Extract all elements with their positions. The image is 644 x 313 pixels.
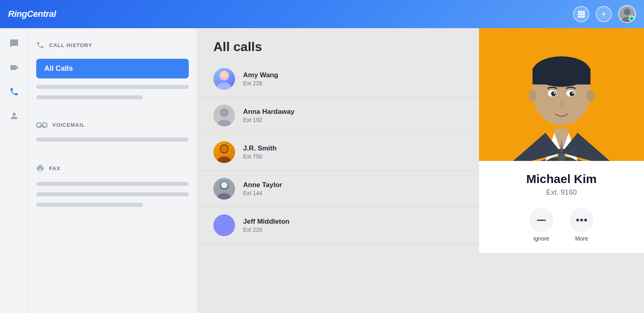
avatar-jeff-middleton xyxy=(213,214,235,236)
call-history-title: CALL HISTORY xyxy=(49,42,92,48)
fax-title: FAX xyxy=(49,165,60,171)
svg-rect-48 xyxy=(537,220,546,221)
left-panel: CALL HISTORY All Calls VOICEMAIL FAX xyxy=(28,28,197,313)
svg-rect-13 xyxy=(39,126,45,127)
all-calls-nav[interactable]: All Calls xyxy=(36,59,189,78)
svg-point-10 xyxy=(622,17,632,23)
main-layout: CALL HISTORY All Calls VOICEMAIL FAX xyxy=(0,28,644,313)
placeholder-4 xyxy=(36,182,189,186)
header-actions: + xyxy=(573,5,636,23)
svg-rect-0 xyxy=(578,11,580,13)
placeholder-1 xyxy=(36,85,189,89)
svg-point-49 xyxy=(576,219,579,222)
voicemail-header: VOICEMAIL xyxy=(36,119,189,131)
popup-photo xyxy=(479,28,644,161)
app-header: RingCentral + xyxy=(0,0,644,28)
avatar-anne-taylor xyxy=(213,178,235,200)
svg-point-9 xyxy=(624,8,630,15)
fax-header: FAX xyxy=(36,161,189,175)
placeholder-2 xyxy=(36,95,143,99)
svg-point-40 xyxy=(528,90,537,101)
placeholder-5 xyxy=(36,192,189,196)
more-label: More xyxy=(575,235,588,242)
avatar-anna-hardaway xyxy=(213,105,235,126)
svg-point-18 xyxy=(221,71,228,78)
app-logo: RingCentral xyxy=(8,9,56,19)
popup-contact-ext: Ext. 9160 xyxy=(546,188,577,197)
svg-rect-3 xyxy=(578,13,580,15)
fax-icon xyxy=(36,164,44,172)
ignore-label: Ignore xyxy=(533,235,549,242)
ignore-icon xyxy=(529,208,553,232)
svg-rect-6 xyxy=(578,16,580,18)
video-icon[interactable] xyxy=(7,60,21,75)
svg-rect-1 xyxy=(580,11,582,13)
svg-point-51 xyxy=(584,219,587,222)
phone-small-icon xyxy=(36,41,44,49)
avatar-jr-smith xyxy=(213,141,235,163)
avatar-amy-wang xyxy=(213,68,235,90)
svg-point-50 xyxy=(580,219,583,222)
svg-point-46 xyxy=(553,92,555,94)
popup-card: Michael Kim Ext. 9160 Ignore xyxy=(479,161,644,253)
contacts-icon[interactable] xyxy=(7,109,21,123)
popup-contact-name: Michael Kim xyxy=(526,172,597,186)
svg-point-11 xyxy=(37,123,41,128)
grid-icon-button[interactable] xyxy=(573,6,589,22)
svg-rect-4 xyxy=(580,13,582,15)
main-content: All calls Amy Wang xyxy=(197,28,644,313)
plus-icon: + xyxy=(601,9,607,19)
icon-sidebar xyxy=(0,28,28,313)
chat-icon[interactable] xyxy=(7,36,21,51)
voicemail-title: VOICEMAIL xyxy=(52,122,85,128)
svg-point-47 xyxy=(572,92,574,94)
popup-actions: Ignore More xyxy=(529,208,594,242)
svg-point-41 xyxy=(586,90,594,101)
svg-point-45 xyxy=(570,91,574,96)
voicemail-icon xyxy=(36,122,47,128)
svg-point-12 xyxy=(42,123,47,128)
svg-point-26 xyxy=(217,193,231,200)
svg-point-21 xyxy=(217,120,231,126)
call-history-header: CALL HISTORY xyxy=(36,38,189,52)
svg-rect-8 xyxy=(583,16,585,18)
contact-popup: Michael Kim Ext. 9160 Ignore xyxy=(479,28,644,313)
svg-point-19 xyxy=(217,82,231,90)
michael-kim-portrait xyxy=(479,28,644,161)
svg-rect-39 xyxy=(533,68,590,84)
svg-point-23 xyxy=(217,156,231,163)
phone-icon[interactable] xyxy=(7,84,21,99)
svg-point-20 xyxy=(220,108,229,117)
more-icon xyxy=(570,208,594,232)
svg-point-44 xyxy=(551,91,556,96)
more-button[interactable]: More xyxy=(570,208,594,242)
svg-rect-5 xyxy=(583,13,585,15)
user-avatar[interactable] xyxy=(618,5,636,23)
placeholder-3 xyxy=(36,138,189,142)
svg-rect-2 xyxy=(583,11,585,13)
svg-rect-7 xyxy=(580,16,582,18)
placeholder-6 xyxy=(36,203,143,207)
ignore-button[interactable]: Ignore xyxy=(529,208,553,242)
add-button[interactable]: + xyxy=(596,6,612,22)
svg-point-24 xyxy=(221,145,228,152)
svg-point-27 xyxy=(221,182,227,188)
